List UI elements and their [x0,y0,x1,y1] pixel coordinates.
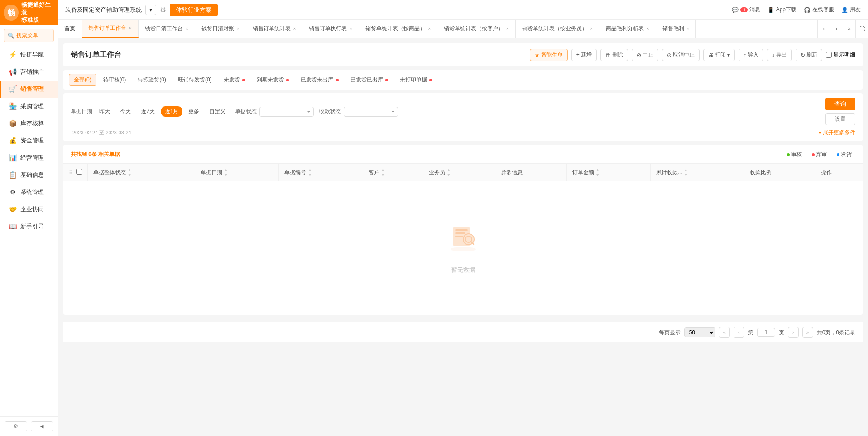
show-detail-checkbox[interactable] [826,52,832,58]
tab-sales-exec[interactable]: 销售订单执行表 × [302,20,359,38]
tab-sales-stats[interactable]: 销售订单统计表 × [246,20,303,38]
sort-staff-button[interactable]: 业务员 ▲▼ [429,167,489,177]
subtab-wangpu-ship[interactable]: 旺铺待发货(0) [173,74,217,86]
tab-sales-workbench[interactable]: 销售订单工作台 × [82,20,139,38]
sort-status-button[interactable]: 单据整体状态 ▲▼ [93,167,189,177]
settings-button[interactable]: ⚙ [5,421,27,431]
collapse-button[interactable]: ◀ [31,421,53,431]
last-page-button[interactable]: » [802,327,813,338]
tab-close-icon[interactable]: × [506,26,509,31]
message-button[interactable]: 💬 6 消息 [732,6,760,14]
tab-close-icon[interactable]: × [186,26,188,31]
date-btn-1month[interactable]: 近1月 [161,106,183,117]
stop-button[interactable]: ⊘ 中止 [632,49,658,61]
sidebar-bottom: ⚙ ◀ [0,416,58,436]
status-filter-select[interactable] [259,107,314,117]
prev-page-button[interactable]: ‹ [734,327,744,338]
tab-reconcile[interactable]: 钱货日清对账 × [195,20,246,38]
tab-profit-stats[interactable]: 商品毛利分析表 × [599,20,656,38]
delete-button[interactable]: 🗑 删除 [600,49,628,61]
subtab-pending-pick[interactable]: 待拣验货(0) [133,74,171,86]
cancel-stop-button[interactable]: ⊘ 取消中止 [662,49,700,61]
tabs-close-current-button[interactable]: × [843,20,855,38]
tab-close-icon[interactable]: × [590,26,593,31]
sort-date-button[interactable]: 单据日期 ▲▼ [201,167,273,177]
sort-amount-button[interactable]: 订单金额 ▲▼ [572,167,645,177]
tab-goods-stats[interactable]: 销货单统计表（按商品） × [359,20,437,38]
ship-dot-icon [837,153,839,156]
next-page-button[interactable]: › [788,327,799,338]
sidebar-item-sales[interactable]: 🛒 销售管理 [0,81,58,98]
sort-number-button[interactable]: 单据编号 ▲▼ [284,167,357,177]
topbar-left: 装备及固定资产辅助管理系统 ▾ ⚙ 体验行业方案 [65,4,218,16]
user-menu-button[interactable]: 👤 用友 [841,6,861,14]
page-actions-bar: ★ 智能生单 + 新增 🗑 删除 ⊘ 中止 ⊘ 取消中止 🖨 [530,49,855,61]
add-button[interactable]: + 新增 [571,49,597,61]
review-batch-button[interactable]: 审核 [783,149,806,160]
sidebar-item-base[interactable]: 📋 基础信息 [0,166,58,184]
sidebar-item-guide[interactable]: 📖 新手引导 [0,218,58,235]
sidebar-item-enterprise[interactable]: 🤝 企业协同 [0,201,58,218]
ship-batch-button[interactable]: 发货 [833,149,855,160]
tab-close-icon[interactable]: × [647,26,649,31]
date-btn-more[interactable]: 更多 [184,106,203,117]
subtab-pending-review[interactable]: 待审核(0) [98,74,131,86]
import-button[interactable]: ↑ 导入 [739,49,763,61]
subtab-not-shipped[interactable]: 未发货 [219,74,250,86]
tab-close-icon[interactable]: × [237,26,240,31]
sidebar-item-finance[interactable]: 💰 资金管理 [0,132,58,149]
date-btn-yesterday[interactable]: 昨天 [95,106,114,117]
tabs-scroll-left-button[interactable]: ‹ [817,20,830,38]
per-page-select[interactable]: 50 20 100 [684,327,715,337]
subtab-shipped-out[interactable]: 已发货已出库 [345,74,393,86]
show-detail-label[interactable]: 显示明细 [826,51,855,59]
expand-filter-button[interactable]: ▾ 展开更多条件 [819,129,855,137]
gear-icon[interactable]: ⚙ [160,5,166,14]
tabs-scroll-right-button[interactable]: › [830,20,843,38]
tab-sales-profit[interactable]: 销售毛利 × [656,20,696,38]
sidebar-item-purchase[interactable]: 🏪 采购管理 [0,98,58,115]
setting-button[interactable]: 设置 [825,113,855,125]
subtab-not-printed[interactable]: 未打印单据 [395,74,437,86]
tab-close-icon[interactable]: × [687,26,690,31]
first-page-button[interactable]: « [719,327,730,338]
tab-money-goods[interactable]: 钱货日清工作台 × [139,20,195,38]
sort-cumulative-button[interactable]: 累计收款... ▲▼ [656,167,739,177]
export-button[interactable]: ↓ 导出 [767,49,792,61]
industry-solution-button[interactable]: 体验行业方案 [170,4,218,16]
app-download-button[interactable]: 📱 App下载 [767,6,796,14]
tabs-fullscreen-button[interactable]: ⛶ [855,20,868,38]
tab-close-icon[interactable]: × [428,26,431,31]
tab-close-icon[interactable]: × [293,26,296,31]
search-menu-button[interactable]: 🔍 搜索菜单 [4,29,54,42]
system-dropdown[interactable]: ▾ [145,5,156,15]
tab-close-icon[interactable]: × [129,26,132,31]
subtab-all[interactable]: 全部(0) [69,74,96,86]
date-btn-custom[interactable]: 自定义 [205,106,230,117]
print-button[interactable]: 🖨 打印 ▾ [703,49,735,61]
date-btn-7days[interactable]: 近7天 [137,106,159,117]
select-all-checkbox[interactable] [76,169,82,175]
sidebar-item-marketing[interactable]: 📢 营销推广 [0,63,58,81]
page-number-input[interactable] [757,328,775,337]
sidebar-item-system[interactable]: ⚙ 系统管理 [0,184,58,201]
cancel-batch-button[interactable]: 弃审 [808,149,830,160]
sort-customer-button[interactable]: 客户 ▲▼ [369,167,417,177]
tab-customer-stats[interactable]: 销货单统计表（按客户） × [437,20,516,38]
tab-staff-stats[interactable]: 销货单统计表（按业务员） × [516,20,599,38]
subtab-expired-not-shipped[interactable]: 到期未发货 [252,74,294,86]
query-button[interactable]: 查询 [825,98,855,110]
online-service-button[interactable]: 🎧 在线客服 [804,6,834,14]
tab-home[interactable]: 首页 [58,20,82,38]
page-label: 第 [748,329,753,336]
date-btn-today[interactable]: 今天 [116,106,135,117]
payment-filter-select[interactable] [344,107,398,117]
sidebar-item-inventory[interactable]: 📦 库存核算 [0,115,58,132]
tab-close-icon[interactable]: × [350,26,352,31]
horizontal-scrollbar[interactable] [63,315,863,320]
sidebar-item-operations[interactable]: 📊 经营管理 [0,149,58,166]
smart-create-button[interactable]: ★ 智能生单 [530,49,568,61]
sidebar-item-quick-nav[interactable]: ⚡ 快捷导航 [0,46,58,63]
subtab-shipped-not-out[interactable]: 已发货未出库 [296,74,343,86]
refresh-button[interactable]: ↻ 刷新 [796,49,822,61]
